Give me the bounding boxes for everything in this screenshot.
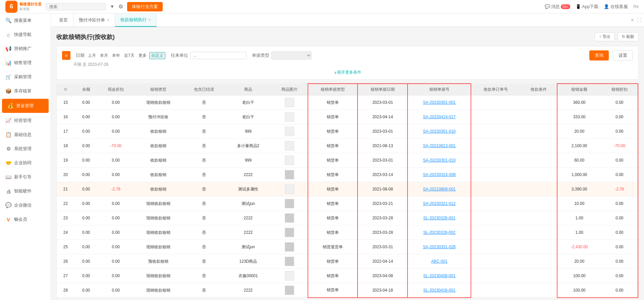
tab-close-icon[interactable]: ✕: [631, 17, 634, 23]
tab-collection-close[interactable]: ×: [149, 17, 151, 22]
slip-no-link[interactable]: ABC-001: [431, 259, 447, 264]
gear-icon[interactable]: ⚙: [118, 3, 123, 10]
solution-button[interactable]: 体验行业方案: [127, 2, 163, 11]
cell-slip-no[interactable]: SA-20210808-001: [408, 182, 471, 197]
cell-slip-no[interactable]: SA-20230301-001: [408, 95, 471, 110]
cell-write-off-amount: 3,390.00: [557, 182, 601, 197]
sidebar-item-marketing[interactable]: 📢 营销推广: [0, 42, 51, 56]
cell-receipt-order-no: [471, 95, 520, 110]
cell-slip-no[interactable]: SA-20230301-010: [408, 153, 471, 168]
sidebar-item-sales[interactable]: 📊 销售管理: [0, 56, 51, 70]
filter-last-month[interactable]: 上月: [87, 52, 97, 59]
cell-write-off-discount: 0.00: [601, 168, 638, 182]
cell-goods: 123D商品: [225, 254, 271, 269]
filter-toggle-btn[interactable]: »: [62, 51, 70, 60]
slip-no-link[interactable]: SA-20210813-001: [423, 143, 455, 148]
tab-collection[interactable]: 收款核销执行 ×: [115, 13, 157, 27]
slip-no-link[interactable]: SL-20230328-002: [423, 230, 455, 235]
app-download-link[interactable]: 📱 App下载: [576, 4, 598, 10]
filter-this-month[interactable]: 本月: [99, 52, 109, 59]
slip-no-link[interactable]: SA-20230331-026: [423, 245, 455, 249]
cell-row-num: 17: [57, 124, 74, 139]
sidebar-item-vip[interactable]: V 畅会员: [0, 212, 51, 226]
slip-no-link[interactable]: SL-20230328-001: [423, 216, 455, 220]
sidebar: 🔍 搜索菜单 ⌂ 快捷导航 📢 营销推广 📊 销售管理 🛒 采购管理 📦 库存核…: [0, 13, 51, 300]
cell-cash-discount: 0.00: [98, 254, 134, 269]
table-row: 19 0.00 0.00 收款核销 否 999 销货单 2023-03-01 S…: [57, 153, 638, 168]
cell-receipt-order-no: [471, 182, 520, 197]
slip-no-link[interactable]: SA-20230321-012: [423, 201, 455, 206]
tab-prepay[interactable]: 预付冲应付单 ×: [73, 13, 115, 27]
sidebar-item-nav[interactable]: ⌂ 快捷导航: [0, 28, 51, 42]
filter-more-date[interactable]: 更多: [137, 52, 148, 59]
slip-no-link[interactable]: SL-20230408-001: [423, 273, 455, 278]
cell-slip-no[interactable]: SA-20230314-008: [408, 168, 471, 182]
basic-icon: 📋: [5, 132, 11, 138]
message-icon-area[interactable]: 💬 消息 99+: [545, 4, 571, 10]
filter-7days[interactable]: 近7天: [123, 52, 136, 59]
slip-no-link[interactable]: SL-20230418-001: [423, 288, 455, 293]
cell-slip-no[interactable]: SL-20230328-002: [408, 225, 471, 240]
cell-slip-no[interactable]: SL-20230408-001: [408, 269, 471, 283]
th-settings[interactable]: ⚙: [57, 84, 74, 95]
slip-no-link[interactable]: SA-20230414-017: [423, 115, 455, 119]
expand-more-btn[interactable]: ∨ 展开更多条件: [62, 70, 633, 75]
sidebar-item-finance[interactable]: 💰 资金管理: [2, 99, 49, 113]
cell-slip-no[interactable]: SL-20230418-001: [408, 283, 471, 298]
filter-receipt-type-select[interactable]: [271, 51, 312, 59]
top-search-input[interactable]: [46, 3, 106, 10]
sidebar-item-system[interactable]: ⚙ 系统管理: [0, 142, 51, 156]
brand-subtitle: 标准版: [19, 7, 42, 11]
setting-button[interactable]: 设置: [613, 50, 633, 60]
cell-write-off-discount: -2.76: [601, 182, 638, 197]
cell-slip-no[interactable]: SA-20230301-010: [408, 124, 471, 139]
goods-image: [285, 170, 294, 179]
th-goods-img: 商品图片: [271, 84, 308, 95]
tab-expand-icon[interactable]: ⛶: [637, 17, 641, 23]
sidebar-item-inventory[interactable]: 📦 库存核算: [0, 84, 51, 98]
sidebar-item-operation[interactable]: 📈 经营管理: [0, 114, 51, 128]
sidebar-item-wechat[interactable]: 💬 企业微信: [0, 198, 51, 212]
cell-slip-date: 2023-03-31: [358, 240, 408, 254]
cell-slip-type: 销货单: [308, 225, 358, 240]
sidebar-item-hardware[interactable]: 🖨 智能硬件: [0, 184, 51, 198]
filter-partner-input[interactable]: [190, 52, 247, 59]
sidebar-item-basic[interactable]: 📋 基础信息: [0, 128, 51, 142]
slip-no-link[interactable]: SA-20230301-010: [423, 129, 455, 134]
slip-no-link[interactable]: SA-20230301-010: [423, 158, 455, 163]
filter-this-year[interactable]: 本年: [111, 52, 121, 59]
cell-slip-no[interactable]: SA-20230331-026: [408, 240, 471, 254]
table-row: 16 0.00 0.00 预付冲应收 否 老白干 销货单 2023-04-14 …: [57, 110, 638, 124]
sidebar-item-search[interactable]: 🔍 搜索菜单: [0, 13, 51, 28]
cell-slip-type: 销货单: [308, 168, 358, 182]
cell-write-off-amount: 20.00: [557, 124, 601, 139]
tab-home[interactable]: 首页: [54, 13, 73, 27]
slip-no-link[interactable]: SA-20230314-008: [423, 172, 455, 177]
cell-slip-no[interactable]: ABC-001: [408, 254, 471, 269]
sidebar-item-purchase[interactable]: 🛒 采购管理: [0, 70, 51, 84]
tab-prepay-close[interactable]: ×: [107, 18, 109, 23]
cell-slip-no[interactable]: SL-20230328-001: [408, 211, 471, 225]
cell-slip-no[interactable]: SA-20230414-017: [408, 110, 471, 124]
inventory-icon: 📦: [5, 88, 11, 94]
cell-balance: 0.00: [74, 139, 98, 153]
cell-balance: 0.00: [74, 254, 98, 269]
cell-cash-discount: 0.00: [98, 197, 134, 211]
refresh-button[interactable]: ↻ 刷新: [618, 32, 639, 41]
sidebar-item-collab[interactable]: 🤝 企业协同: [0, 156, 51, 170]
export-button[interactable]: ↑ 导出: [595, 32, 614, 41]
query-button[interactable]: 查询: [589, 50, 609, 60]
cell-slip-type: 销货退货单: [308, 240, 358, 254]
cell-slip-no[interactable]: SA-20210813-001: [408, 139, 471, 153]
cell-write-off-discount: 0.00: [601, 124, 638, 139]
sidebar-item-guide[interactable]: 📖 新手引导: [0, 170, 51, 184]
slip-no-link[interactable]: SA-20210808-001: [423, 187, 455, 191]
expand-chevron-icon: ∨: [334, 70, 337, 75]
slip-no-link[interactable]: SA-20230301-001: [423, 100, 455, 105]
filter-custom-date[interactable]: 自定义: [149, 52, 165, 59]
cell-slip-no[interactable]: SA-20230321-012: [408, 197, 471, 211]
online-service-link[interactable]: 👤 在线客服: [604, 4, 628, 10]
cell-include-settled: 否: [183, 283, 225, 298]
dropdown-icon[interactable]: ▼: [110, 4, 114, 9]
sidebar-label-basic: 基础信息: [14, 132, 32, 138]
